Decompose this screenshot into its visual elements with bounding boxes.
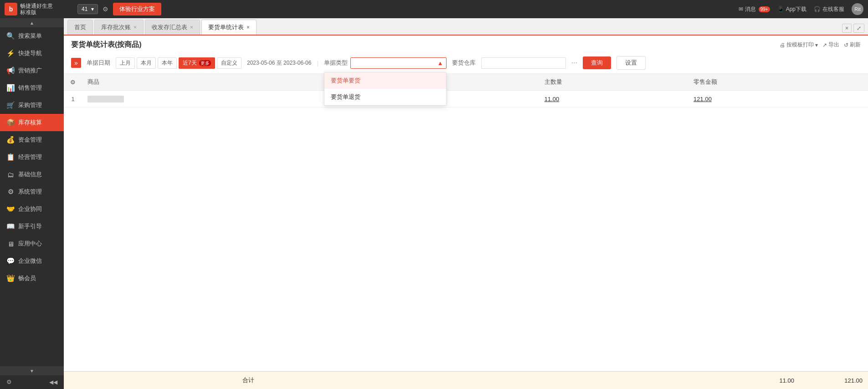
close-all-tabs-button[interactable]: × xyxy=(842,24,852,33)
type-input-wrap: ▲ xyxy=(350,57,447,69)
gear-icon[interactable]: ⚙ xyxy=(103,5,108,13)
tab-order-summary[interactable]: 要货单统计表× xyxy=(201,20,257,35)
type-chevron-up-icon[interactable]: ▲ xyxy=(435,60,446,67)
avatar[interactable]: Rit xyxy=(852,3,863,15)
sidebar-scroll: 🔍 搜索菜单 ⚡ 快捷导航 📢 营销推广 📊 销售管理 🛒 采购管理 📦 库存核… xyxy=(0,27,64,352)
online-service-action[interactable]: 🎧 在线客服 xyxy=(814,5,844,13)
filter-type-wrap: 单据类型 ▲ 要货单要货 要货单退货 xyxy=(324,57,447,69)
operation-icon: 📋 xyxy=(6,153,15,161)
filter-date-last-month[interactable]: 上月 xyxy=(116,57,135,69)
type-input[interactable] xyxy=(351,58,435,68)
filter-date-this-year[interactable]: 本年 xyxy=(158,57,177,69)
table-row: 1 ████ ██ 块 11.00 121.00 xyxy=(64,91,868,107)
filter-date-custom[interactable]: 自定义 xyxy=(217,57,241,69)
sidebar-item-sales[interactable]: 📊 销售管理 xyxy=(0,79,64,97)
sales-icon: 📊 xyxy=(6,84,15,92)
page-content: 要货单统计表(按商品) 🖨 按模板打印 ▾ ↗ 导出 ↺ 刷新 xyxy=(64,36,868,389)
sidebar-item-purchase[interactable]: 🛒 采购管理 xyxy=(0,97,64,114)
sidebar-item-guide[interactable]: 📖 新手引导 xyxy=(0,218,64,235)
tab-close-receive-send-summary[interactable]: × xyxy=(190,24,193,31)
dropdown-item-return[interactable]: 要货单退货 xyxy=(324,89,446,105)
basic-icon: 🗂 xyxy=(6,171,15,179)
sidebar-item-label-guide: 新手引导 xyxy=(18,222,42,230)
filter-date-7days[interactable]: 近7天 更多 xyxy=(179,57,215,69)
filter-date-this-month[interactable]: 本月 xyxy=(137,57,156,69)
tab-home[interactable]: 首页 xyxy=(67,20,93,35)
collapse-icon[interactable]: ◀◀ xyxy=(49,379,57,385)
marketing-icon: 📢 xyxy=(6,67,15,75)
chevron-down-icon: ▾ xyxy=(815,42,818,48)
warehouse-input[interactable] xyxy=(481,57,566,69)
messages-action[interactable]: ✉ 消息 99+ xyxy=(739,5,770,13)
sidebar-item-label-system: 系统管理 xyxy=(18,188,42,196)
sidebar-item-label-purchase: 采购管理 xyxy=(18,101,42,109)
more-filters-icon[interactable]: ··· xyxy=(571,59,577,67)
sidebar-item-finance[interactable]: 💰 资金管理 xyxy=(0,131,64,148)
filter-bar: » 单据日期 上月 本月 本年 近7天 更多 自定义 2023-05-06 至 … xyxy=(64,52,868,74)
print-template-action[interactable]: 🖨 按模板打印 ▾ xyxy=(780,41,818,49)
page-title: 要货单统计表(按商品) xyxy=(71,40,142,50)
settings-button[interactable]: 设置 xyxy=(616,56,646,70)
tab-bar: 首页库存批次账×收发存汇总表×要货单统计表× × ⤢ xyxy=(64,18,868,36)
tab-label-inventory-batch: 库存批次账 xyxy=(101,23,131,31)
sidebar-item-marketing[interactable]: 📢 营销推广 xyxy=(0,62,64,79)
tab-close-inventory-batch[interactable]: × xyxy=(134,24,137,31)
td-seq: 1 xyxy=(64,91,82,107)
app-download-action[interactable]: 📱 App下载 xyxy=(777,5,806,13)
page-header-actions: 🖨 按模板打印 ▾ ↗ 导出 ↺ 刷新 xyxy=(780,41,861,49)
cooperation-icon: 🤝 xyxy=(6,205,15,213)
th-product: 商品 xyxy=(82,74,328,91)
sidebar: ▲ 🔍 搜索菜单 ⚡ 快捷导航 📢 营销推广 📊 销售管理 🛒 采购管理 📦 库… xyxy=(0,18,64,389)
sidebar-item-wechat[interactable]: 💬 企业微信 xyxy=(0,252,64,270)
sidebar-item-basic[interactable]: 🗂 基础信息 xyxy=(0,166,64,183)
settings-icon[interactable]: ⚙ xyxy=(6,379,12,385)
data-table: ⚙ 商品 主计量单位 主数量 零售金额 1 ████ ██ 块 11.00 12… xyxy=(64,74,868,107)
dropdown-item-request[interactable]: 要货单要货 xyxy=(324,72,446,89)
footer-label: 合计 xyxy=(242,376,254,384)
sidebar-item-member[interactable]: 👑 畅会员 xyxy=(0,270,64,287)
tab-label-receive-send-summary: 收发存汇总表 xyxy=(152,23,187,31)
sidebar-scroll-down[interactable]: ▼ xyxy=(0,366,64,375)
type-label: 单据类型 xyxy=(324,59,348,67)
refresh-icon: ↺ xyxy=(844,42,848,48)
tab-close-order-summary[interactable]: × xyxy=(247,24,250,31)
sidebar-item-label-cooperation: 企业协同 xyxy=(18,205,42,213)
sidebar-item-label-marketing: 营销推广 xyxy=(18,67,42,75)
type-dropdown: 要货单要货 要货单退货 xyxy=(324,72,447,106)
header-center: 41 ▾ ⚙ 体验行业方案 xyxy=(68,3,739,15)
sidebar-item-shortcut[interactable]: ⚡ 快捷导航 xyxy=(0,45,64,62)
main-layout: ▲ 🔍 搜索菜单 ⚡ 快捷导航 📢 营销推广 📊 销售管理 🛒 采购管理 📦 库… xyxy=(0,18,868,389)
table-wrap: ⚙ 商品 主计量单位 主数量 零售金额 1 ████ ██ 块 11.00 12… xyxy=(64,74,868,371)
store-selector[interactable]: 41 ▾ xyxy=(77,4,98,14)
inventory-icon: 📦 xyxy=(6,118,15,127)
resize-tab-button[interactable]: ⤢ xyxy=(853,24,864,33)
wechat-icon: 💬 xyxy=(6,257,15,265)
sidebar-item-label-member: 畅会员 xyxy=(18,274,36,282)
refresh-action[interactable]: ↺ 刷新 xyxy=(844,41,861,49)
td-amount: 121.00 xyxy=(688,91,868,107)
filter-expand-button[interactable]: » xyxy=(71,58,81,68)
export-action[interactable]: ↗ 导出 xyxy=(822,41,839,49)
sidebar-item-label-shortcut: 快捷导航 xyxy=(18,49,42,57)
tab-inventory-batch[interactable]: 库存批次账× xyxy=(94,20,144,35)
tab-receive-send-summary[interactable]: 收发存汇总表× xyxy=(145,20,200,35)
tab-label-home: 首页 xyxy=(74,23,86,31)
sidebar-item-system[interactable]: ⚙ 系统管理 xyxy=(0,183,64,200)
sidebar-bottom: ⚙ ◀◀ xyxy=(0,374,64,389)
trial-button[interactable]: 体验行业方案 xyxy=(113,3,161,15)
column-settings-icon[interactable]: ⚙ xyxy=(70,79,76,86)
sidebar-item-search[interactable]: 🔍 搜索菜单 xyxy=(0,27,64,45)
td-quantity: 11.00 xyxy=(539,91,688,107)
sidebar-item-app-center[interactable]: 🖥 应用中心 xyxy=(0,235,64,252)
sidebar-item-inventory[interactable]: 📦 库存核算 xyxy=(0,114,64,131)
warehouse-label: 要货仓库 xyxy=(452,59,476,67)
sidebar-item-operation[interactable]: 📋 经营管理 xyxy=(0,148,64,166)
sidebar-scroll-up[interactable]: ▲ xyxy=(0,18,64,27)
sidebar-item-label-sales: 销售管理 xyxy=(18,84,42,92)
guide-icon: 📖 xyxy=(6,222,15,230)
sidebar-item-label-inventory: 库存核算 xyxy=(18,118,42,127)
sidebar-item-cooperation[interactable]: 🤝 企业协同 xyxy=(0,200,64,218)
query-button[interactable]: 查询 xyxy=(583,56,611,69)
tab-label-order-summary: 要货单统计表 xyxy=(208,23,244,31)
logo-icon: b xyxy=(5,3,17,15)
